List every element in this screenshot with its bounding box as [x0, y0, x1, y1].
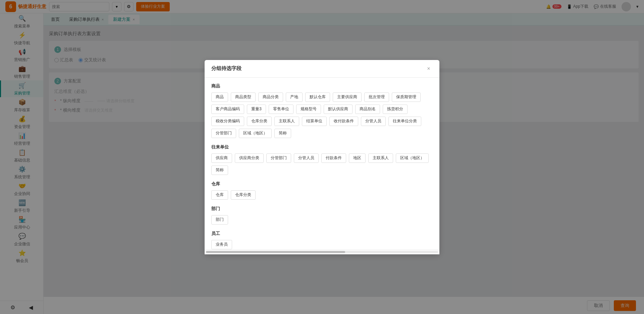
field-tag[interactable]: 分管人员	[361, 117, 386, 126]
section-counterparty: 往来单位 供应商 供应商分类 分管部门 分管人员 付款条件 地区 主联系人 区域…	[211, 144, 433, 175]
department-tags: 部门	[211, 215, 433, 225]
field-tag[interactable]: 产地	[286, 92, 303, 102]
modal-close-button[interactable]: ×	[425, 65, 433, 73]
field-tag[interactable]: 供应商	[211, 153, 232, 163]
field-tag[interactable]: 税收分类编码	[211, 117, 244, 126]
section-employee-title: 员工	[211, 231, 433, 237]
field-tag[interactable]: 拣货积分	[383, 105, 408, 114]
field-tag[interactable]: 收付款条件	[329, 117, 358, 126]
field-tag[interactable]: 商品分类	[258, 92, 283, 102]
field-tag[interactable]: 重量3	[247, 105, 266, 114]
employee-tags: 业务员	[211, 240, 433, 249]
goods-tags: 商品 商品类型 商品分类 产地 默认仓库 主要供应商 批次管理 保质期管理 客户…	[211, 92, 433, 138]
field-tag[interactable]: 区域（地区）	[239, 129, 272, 138]
field-tag[interactable]: 主联系人	[368, 153, 393, 163]
section-warehouse-title: 仓库	[211, 181, 433, 187]
field-tag[interactable]: 默认仓库	[305, 92, 330, 102]
field-tag[interactable]: 地区	[349, 153, 366, 163]
field-tag[interactable]: 商品别名	[355, 105, 380, 114]
modal-dialog: 分组待选字段 × 商品 商品 商品类型 商品分类 产地 默认仓库 主要供应商 批…	[205, 60, 439, 254]
field-tag[interactable]: 主联系人	[274, 117, 299, 126]
field-tag[interactable]: 仓库分类	[231, 190, 256, 200]
section-goods: 商品 商品 商品类型 商品分类 产地 默认仓库 主要供应商 批次管理 保质期管理…	[211, 83, 433, 138]
modal-overlay: 分组待选字段 × 商品 商品 商品类型 商品分类 产地 默认仓库 主要供应商 批…	[0, 0, 644, 314]
field-tag[interactable]: 区域（地区）	[396, 153, 429, 163]
field-tag[interactable]: 仓库	[211, 190, 228, 200]
field-tag[interactable]: 规格型号	[296, 105, 321, 114]
field-tag[interactable]: 分管部门	[266, 153, 291, 163]
section-employee: 员工 业务员	[211, 231, 433, 249]
field-tag[interactable]: 分管人员	[294, 153, 319, 163]
warehouse-tags: 仓库 仓库分类	[211, 190, 433, 200]
counterparty-tags: 供应商 供应商分类 分管部门 分管人员 付款条件 地区 主联系人 区域（地区） …	[211, 153, 433, 175]
field-tag[interactable]: 简称	[211, 166, 228, 175]
field-tag[interactable]: 分管部门	[211, 129, 236, 138]
field-tag[interactable]: 客户商品编码	[211, 105, 244, 114]
section-warehouse: 仓库 仓库 仓库分类	[211, 181, 433, 200]
modal-horizontal-scroll[interactable]	[205, 250, 439, 254]
section-department-title: 部门	[211, 206, 433, 212]
field-tag[interactable]: 主要供应商	[333, 92, 362, 102]
section-goods-title: 商品	[211, 83, 433, 89]
field-tag[interactable]: 供应商分类	[235, 153, 264, 163]
section-department: 部门 部门	[211, 206, 433, 225]
field-tag[interactable]: 商品	[211, 92, 228, 102]
field-tag[interactable]: 往来单位分类	[388, 117, 421, 126]
modal-header: 分组待选字段 ×	[205, 60, 439, 78]
field-tag[interactable]: 保质期管理	[392, 92, 421, 102]
section-counterparty-title: 往来单位	[211, 144, 433, 150]
field-tag[interactable]: 结算单位	[302, 117, 327, 126]
field-tag[interactable]: 付款条件	[321, 153, 346, 163]
field-tag[interactable]: 业务员	[211, 240, 232, 249]
field-tag[interactable]: 仓库分类	[247, 117, 272, 126]
field-tag[interactable]: 批次管理	[364, 92, 389, 102]
modal-title: 分组待选字段	[211, 65, 241, 72]
field-tag[interactable]: 商品类型	[231, 92, 256, 102]
field-tag[interactable]: 默认供应商	[324, 105, 353, 114]
field-tag[interactable]: 简称	[274, 129, 291, 138]
field-tag[interactable]: 零售单位	[269, 105, 293, 114]
modal-body: 商品 商品 商品类型 商品分类 产地 默认仓库 主要供应商 批次管理 保质期管理…	[205, 78, 439, 250]
field-tag[interactable]: 部门	[211, 215, 228, 225]
